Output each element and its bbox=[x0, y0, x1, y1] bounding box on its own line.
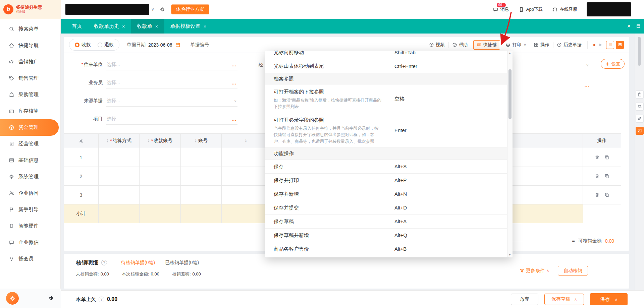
radio-receipt[interactable]: 收款 bbox=[75, 42, 91, 48]
more-options-icon[interactable]: … bbox=[231, 80, 237, 85]
table-cell[interactable] bbox=[222, 186, 272, 204]
tab-3[interactable]: 收款单× bbox=[131, 19, 164, 34]
popup-scrollbar-thumb[interactable] bbox=[508, 69, 512, 119]
calendar-icon[interactable] bbox=[175, 42, 180, 48]
table-cell[interactable] bbox=[222, 148, 272, 167]
toolbar-keyboard-button[interactable]: 快捷键 bbox=[473, 40, 500, 50]
table-cell[interactable] bbox=[99, 167, 140, 185]
side-tool-image[interactable] bbox=[636, 127, 644, 135]
sidebar-item-10[interactable]: 系统管理 bbox=[0, 169, 60, 185]
form-field-input[interactable]: 选择...… bbox=[106, 77, 237, 88]
app-download-button[interactable]: App下载 bbox=[519, 6, 543, 12]
grid-view-toggle[interactable] bbox=[616, 41, 624, 49]
form-field-input[interactable]: 选择...… bbox=[106, 114, 237, 125]
side-tool-link[interactable] bbox=[636, 115, 644, 123]
more-options-icon[interactable]: … bbox=[231, 116, 237, 122]
table-cell[interactable] bbox=[140, 186, 181, 204]
collapse-form-chevron-icon[interactable]: ∨ bbox=[586, 62, 589, 67]
toolbar-print-button[interactable]: 打印∨ bbox=[502, 41, 530, 49]
sidebar-item-3[interactable]: 营销推广 bbox=[0, 54, 60, 70]
settings-fab-button[interactable] bbox=[6, 292, 19, 305]
trial-industry-button[interactable]: 体验行业方案 bbox=[171, 4, 209, 14]
copy-row-icon[interactable] bbox=[604, 155, 609, 160]
sidebar-item-9[interactable]: 基础信息 bbox=[0, 152, 60, 169]
scroll-up-icon[interactable]: ▲ bbox=[508, 52, 511, 55]
table-cell[interactable] bbox=[181, 167, 222, 185]
table-cell[interactable] bbox=[181, 186, 222, 204]
side-tool-clipboard[interactable] bbox=[636, 90, 644, 99]
toolbar-grid-button[interactable]: 操作 bbox=[530, 41, 553, 49]
toolbar-help-button[interactable]: 帮助 bbox=[448, 41, 472, 49]
close-tab-icon[interactable]: × bbox=[204, 23, 207, 29]
save-button[interactable]: 保存 ∧ bbox=[590, 293, 628, 305]
form-field-input[interactable]: 选择...… bbox=[106, 59, 237, 70]
copy-row-icon[interactable] bbox=[604, 192, 609, 197]
auto-verify-button[interactable]: 自动核销 bbox=[558, 266, 588, 275]
tab-pending-docs[interactable]: 待核销单据(0笔) bbox=[121, 260, 155, 266]
popup-scrollbar[interactable]: ▲ ▼ bbox=[507, 51, 513, 257]
delete-row-icon[interactable] bbox=[595, 155, 600, 160]
sidebar-item-7[interactable]: 资金管理 bbox=[0, 119, 59, 136]
tab-1[interactable]: 首页 bbox=[66, 19, 88, 34]
online-service-button[interactable]: 在线客服 bbox=[552, 6, 577, 12]
sidebar-item-8[interactable]: 经营管理 bbox=[0, 136, 60, 152]
sidebar-item-13[interactable]: 智能硬件 bbox=[0, 218, 60, 234]
sort-icon[interactable]: ▲▼ bbox=[148, 139, 150, 143]
cancel-button[interactable]: 放弃 bbox=[511, 294, 538, 305]
window-icon[interactable] bbox=[636, 24, 641, 28]
toolbar-history-button[interactable]: 历史单据 bbox=[553, 41, 585, 49]
sort-icon[interactable]: ▲▼ bbox=[106, 139, 109, 143]
account-select-redacted[interactable] bbox=[65, 4, 149, 15]
side-tool-inbox[interactable] bbox=[636, 103, 644, 111]
column-settings-gear[interactable] bbox=[64, 134, 99, 148]
tab-verified-docs[interactable]: 已核销单据(0笔) bbox=[165, 260, 199, 266]
save-draft-button[interactable]: 保存草稿 ∧ bbox=[544, 294, 584, 305]
sidebar-item-15[interactable]: 畅会员 bbox=[0, 251, 60, 267]
page-scrollbar-thumb[interactable] bbox=[638, 37, 641, 66]
radio-refund[interactable]: 退款 bbox=[98, 42, 114, 48]
sidebar-item-1[interactable]: 搜索菜单 bbox=[0, 21, 60, 37]
next-arrow-icon[interactable]: ▶ bbox=[597, 43, 604, 47]
more-options-icon[interactable]: … bbox=[231, 62, 237, 67]
more-options-icon[interactable]: … bbox=[584, 82, 590, 88]
table-cell[interactable] bbox=[140, 148, 181, 167]
form-field-input[interactable]: 选择...∨ bbox=[106, 96, 237, 107]
sidebar-item-4[interactable]: 销售管理 bbox=[0, 70, 60, 86]
scroll-down-icon[interactable]: ▼ bbox=[508, 253, 511, 256]
sidebar-item-5[interactable]: 采购管理 bbox=[0, 86, 60, 103]
sidebar-item-12[interactable]: 新手引导 bbox=[0, 201, 60, 218]
messages-button[interactable]: 消息 99+ bbox=[493, 6, 509, 12]
prev-arrow-icon[interactable]: ◀ bbox=[590, 43, 597, 47]
sort-icon[interactable]: ▲▼ bbox=[195, 139, 197, 143]
header-gear-icon[interactable] bbox=[160, 7, 165, 12]
sidebar-item-11[interactable]: 企业协同 bbox=[0, 185, 60, 201]
table-cell[interactable] bbox=[140, 167, 181, 185]
tab-4[interactable]: 单据模板设置× bbox=[164, 19, 213, 34]
chevron-down-icon[interactable]: ∨ bbox=[151, 7, 154, 12]
sidebar-item-2[interactable]: 快捷导航 bbox=[0, 37, 60, 54]
sidebar-item-6[interactable]: 库存核算 bbox=[0, 103, 60, 119]
delete-row-icon[interactable] bbox=[595, 192, 600, 197]
tab-2[interactable]: 收款单历史× bbox=[88, 19, 131, 34]
table-cell[interactable] bbox=[99, 186, 140, 204]
close-tab-icon[interactable]: × bbox=[122, 23, 125, 29]
gear-icon bbox=[9, 295, 16, 302]
sort-icon[interactable]: ▲▼ bbox=[245, 139, 247, 143]
document-date-value[interactable]: 2023-06-06 bbox=[148, 42, 172, 48]
table-cell[interactable] bbox=[99, 148, 140, 167]
table-cell[interactable] bbox=[181, 148, 222, 167]
chevron-down-icon[interactable]: ∨ bbox=[234, 99, 237, 103]
help-circle-icon[interactable]: ? bbox=[99, 297, 104, 302]
help-circle-icon[interactable]: ? bbox=[101, 260, 107, 265]
copy-row-icon[interactable] bbox=[604, 174, 609, 179]
table-cell[interactable] bbox=[222, 167, 272, 185]
toolbar-video-button[interactable]: 视频 bbox=[425, 41, 448, 49]
close-all-tabs-icon[interactable]: × bbox=[627, 23, 631, 30]
delete-row-icon[interactable] bbox=[595, 174, 600, 179]
more-filters-button[interactable]: 更多条件 ∧ bbox=[520, 268, 549, 274]
close-tab-icon[interactable]: × bbox=[155, 23, 158, 29]
list-view-toggle[interactable] bbox=[606, 41, 614, 49]
template-settings-button[interactable]: 设置 bbox=[601, 59, 625, 69]
sidebar-item-14[interactable]: 企业微信 bbox=[0, 234, 60, 251]
speaker-icon[interactable] bbox=[48, 295, 55, 302]
